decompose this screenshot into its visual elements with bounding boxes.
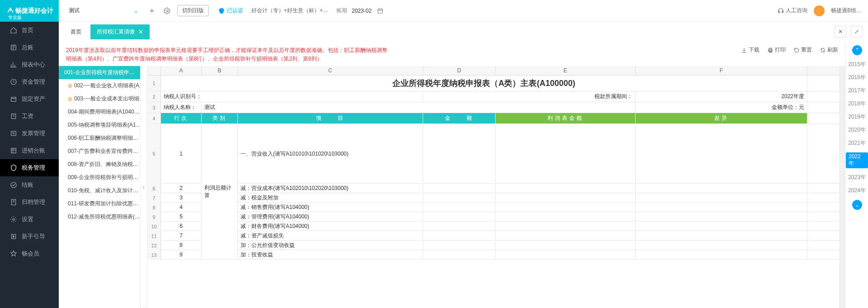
year-2017年[interactable]: 2017年	[848, 87, 866, 95]
tree-item-008[interactable]: 008-资产折旧、摊销及纳税…	[59, 158, 140, 171]
cell-profit[interactable]	[495, 231, 636, 240]
sidebar-item-0[interactable]: 首页	[0, 22, 59, 39]
year-2016年[interactable]: 2016年	[848, 74, 866, 81]
cell-rownum[interactable]: 9	[161, 250, 202, 260]
year-2019年[interactable]: 2019年	[848, 113, 866, 121]
year-2023年[interactable]: 2023年	[848, 174, 866, 181]
tree-item-005[interactable]: 005-纳税调整项目明细表(A1…	[59, 118, 140, 132]
calendar-icon[interactable]	[377, 8, 383, 14]
spreadsheet[interactable]: A B C D E F 1 企业所得税年度纳税申报表（A类）主表(A100000…	[147, 66, 839, 308]
col-head-D[interactable]: D	[423, 66, 495, 75]
year-2021年[interactable]: 2021年	[848, 139, 866, 147]
sidebar-item-4[interactable]: 固定资产	[0, 90, 59, 108]
row-head[interactable]: 6	[147, 184, 161, 193]
download-button[interactable]: 下载	[741, 46, 760, 54]
org-selector[interactable]: 测试 ⌄	[65, 5, 142, 16]
collapse-tree-button[interactable]: ‹	[140, 66, 147, 308]
scrollbar-vertical[interactable]	[839, 66, 845, 308]
cell-profit[interactable]	[495, 184, 636, 193]
cell-diff[interactable]	[636, 124, 807, 184]
cell-rownum[interactable]: 8	[161, 241, 202, 250]
tree-item-006[interactable]: 006-职工薪酬纳税调整明细…	[59, 132, 140, 145]
cell-amount[interactable]	[423, 193, 495, 202]
row-head[interactable]: 5	[147, 124, 161, 184]
sidebar-item-13[interactable]: 畅会员	[0, 245, 59, 262]
period-value[interactable]: 2023-02	[352, 8, 372, 14]
switch-old-version-button[interactable]: 切到旧版	[177, 5, 209, 16]
add-icon[interactable]	[146, 5, 157, 16]
cell-item[interactable]: 减：资产减值损失	[238, 231, 423, 240]
cell-item[interactable]: 加：公允价值变动收益	[238, 241, 423, 250]
cell-diff[interactable]	[636, 212, 807, 221]
row-head[interactable]: 7	[147, 193, 161, 203]
col-head-F[interactable]: F	[636, 66, 807, 75]
cell-item[interactable]: 一、营业收入(请写A101010\101020\103000)	[238, 124, 423, 184]
cell-diff[interactable]	[636, 250, 807, 259]
gear-icon[interactable]	[162, 5, 173, 16]
cell-rownum[interactable]: 6	[161, 222, 202, 231]
tree-item-002[interactable]: ⊘002-一般企业收入明细表(A1…	[59, 79, 140, 92]
sidebar-item-6[interactable]: 发票管理	[0, 125, 59, 142]
consult-button[interactable]: 人工咨询	[778, 7, 807, 14]
cell-profit[interactable]	[495, 250, 636, 259]
user-name[interactable]: 畅捷通B组…	[831, 7, 862, 14]
sidebar-item-8[interactable]: 税务管理	[0, 159, 59, 176]
tree-item-003[interactable]: ⊘003-一般企业成本支出明细…	[59, 92, 140, 105]
cell-rownum[interactable]: 7	[161, 231, 202, 241]
tree-item-010[interactable]: 010-免税、减计收入及加计…	[59, 184, 140, 197]
tree-item-004[interactable]: 004-期间费用明细表(A1040…	[59, 105, 140, 118]
cell-diff[interactable]	[636, 193, 807, 202]
cell-diff[interactable]	[636, 184, 807, 193]
cell-profit[interactable]	[495, 241, 636, 250]
year-2022年[interactable]: 2022年	[846, 152, 868, 168]
cell-item[interactable]: 加：投资收益	[238, 250, 423, 259]
tree-item-001[interactable]: 001-企业所得税年度纳税申…	[59, 66, 140, 79]
row-head[interactable]: 12	[147, 241, 161, 250]
cell-diff[interactable]	[636, 203, 807, 212]
cell-rownum[interactable]: 2	[161, 184, 202, 193]
col-head-B[interactable]: B	[202, 66, 238, 75]
close-all-icon[interactable]: ✕	[835, 26, 846, 38]
cell-item[interactable]: 减：税金及附加	[238, 193, 423, 202]
row-head[interactable]: 10	[147, 222, 161, 231]
tree-item-011[interactable]: 011-研发费用加计扣除优惠…	[59, 197, 140, 210]
avatar[interactable]	[814, 5, 825, 16]
close-icon[interactable]: ✕	[138, 28, 143, 35]
cell-rownum[interactable]: 3	[161, 193, 202, 203]
tab-home[interactable]: 首页	[66, 25, 86, 38]
cell-profit[interactable]	[495, 193, 636, 202]
col-head-C[interactable]: C	[238, 66, 423, 75]
cell-amount[interactable]	[423, 222, 495, 231]
row-head[interactable]: 13	[147, 250, 161, 260]
cell-diff[interactable]	[636, 222, 807, 231]
cell-amount[interactable]	[423, 250, 495, 259]
scroll-down-icon[interactable]: ⌄	[852, 200, 862, 210]
sidebar-item-2[interactable]: 报表中心	[0, 56, 59, 73]
cell-diff[interactable]	[636, 231, 807, 240]
year-2020年[interactable]: 2020年	[848, 126, 866, 134]
col-head-E[interactable]: E	[495, 66, 636, 75]
cell-rownum[interactable]: 1	[161, 124, 202, 184]
col-head-A[interactable]: A	[161, 66, 202, 75]
cell-diff[interactable]	[636, 241, 807, 250]
cell-rownum[interactable]: 5	[161, 212, 202, 222]
cell-amount[interactable]	[423, 212, 495, 221]
cell-amount[interactable]	[423, 184, 495, 193]
cell-item[interactable]: 减：销售费用(请写A104000)	[238, 203, 423, 212]
year-2024年[interactable]: 2024年	[848, 187, 866, 194]
refresh-button[interactable]: 刷新	[820, 46, 838, 54]
year-2018年[interactable]: 2018年	[848, 100, 866, 108]
tree-item-007[interactable]: 007-广告费和业务宣传费跨…	[59, 145, 140, 158]
cell-rownum[interactable]: 4	[161, 203, 202, 212]
cell-profit[interactable]	[495, 212, 636, 221]
reset-button[interactable]: 重置	[794, 46, 812, 54]
year-2015年[interactable]: 2015年	[848, 61, 866, 68]
sidebar-item-10[interactable]: 归档管理	[0, 194, 59, 211]
cell-item[interactable]: 减：管理费用(请写A104000)	[238, 212, 423, 221]
tab-active[interactable]: 所得税汇算清缴 ✕	[90, 24, 150, 39]
sidebar-item-7[interactable]: 进销台账	[0, 142, 59, 159]
row-head[interactable]: 9	[147, 212, 161, 222]
sidebar-item-9[interactable]: 结账	[0, 176, 59, 194]
cell-amount[interactable]	[423, 231, 495, 240]
row-head[interactable]: 8	[147, 203, 161, 212]
